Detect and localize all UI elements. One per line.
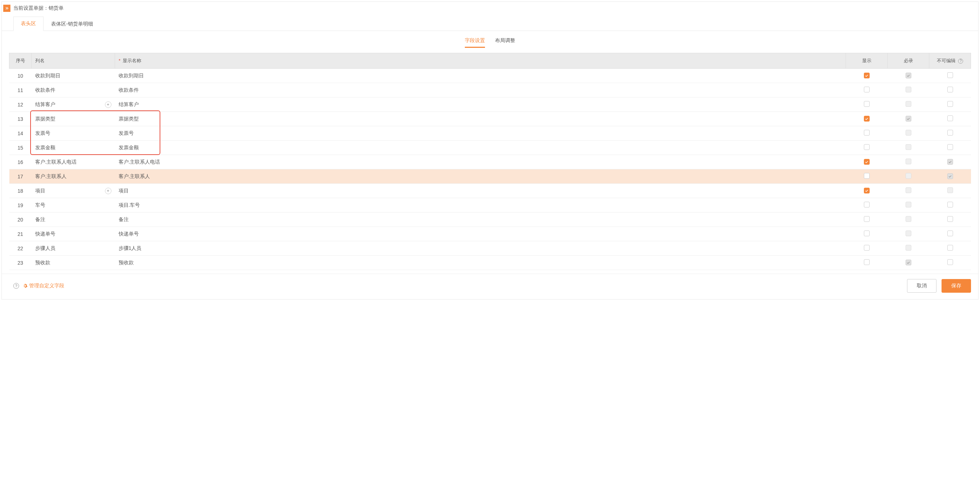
checkbox[interactable]: [864, 101, 870, 107]
cell-col-name: 步骤人员: [32, 241, 115, 256]
checkbox: [905, 216, 912, 222]
checkbox[interactable]: [947, 115, 953, 121]
checkbox[interactable]: [947, 72, 953, 78]
checkbox[interactable]: [947, 130, 953, 135]
cell-display-name[interactable]: 步骤1人员: [115, 241, 846, 256]
cell-display-name[interactable]: 客户.主联系人电话: [115, 155, 846, 169]
checkbox[interactable]: [864, 231, 870, 236]
cell-show: [846, 97, 888, 112]
cell-display-name[interactable]: 项目: [115, 184, 846, 198]
checkbox[interactable]: [864, 173, 870, 179]
expand-toggle-button[interactable]: [3, 5, 10, 12]
plus-icon[interactable]: +: [105, 101, 111, 108]
cell-display-name[interactable]: 发票金额: [115, 141, 846, 155]
cell-col-name: 备注: [32, 213, 115, 227]
checkbox[interactable]: [864, 216, 870, 222]
cell-display-name[interactable]: 客户.主联系人: [115, 169, 846, 184]
table-row[interactable]: 16客户.主联系人电话客户.主联系人电话: [10, 155, 971, 169]
cell-seq: 23: [10, 256, 32, 270]
table-row[interactable]: 12结算客户+结算客户: [10, 97, 971, 112]
cell-display-name[interactable]: 票据类型: [115, 112, 846, 126]
plus-icon[interactable]: +: [105, 188, 111, 194]
cell-seq: 20: [10, 213, 32, 227]
cell-required: [888, 256, 929, 270]
checkbox[interactable]: [947, 87, 953, 92]
table-row[interactable]: 18项目+项目: [10, 184, 971, 198]
cell-uneditable: [929, 112, 971, 126]
cell-show: [846, 198, 888, 213]
table-row[interactable]: 17客户.主联系人客户.主联系人: [10, 169, 971, 184]
table-row[interactable]: 11收款条件收款条件: [10, 83, 971, 97]
cell-col-name: 收款到期日: [32, 68, 115, 83]
table-body: 10收款到期日收款到期日11收款条件收款条件12结算客户+结算客户13票据类型票…: [10, 68, 971, 270]
cell-required: [888, 141, 929, 155]
cell-required: [888, 155, 929, 169]
cell-show: [846, 112, 888, 126]
tab-header-area[interactable]: 表头区: [13, 16, 43, 31]
checkbox[interactable]: [947, 216, 953, 222]
cell-display-name[interactable]: 项目.车号: [115, 198, 846, 213]
cell-display-name[interactable]: 预收款: [115, 256, 846, 270]
cell-show: [846, 184, 888, 198]
checkbox[interactable]: [864, 188, 870, 193]
cell-display-name[interactable]: 收款到期日: [115, 68, 846, 83]
cell-display-name[interactable]: 收款条件: [115, 83, 846, 97]
cancel-button[interactable]: 取消: [907, 279, 937, 293]
checkbox[interactable]: [864, 87, 870, 92]
tab-body-area[interactable]: 表体区-销货单明细: [43, 17, 101, 31]
cell-uneditable: [929, 256, 971, 270]
save-button[interactable]: 保存: [942, 279, 971, 293]
checkbox[interactable]: [864, 245, 870, 251]
checkbox[interactable]: [864, 116, 870, 121]
cell-col-name: 发票号: [32, 126, 115, 141]
col-name-text: 步骤人员: [35, 245, 56, 251]
checkbox[interactable]: [947, 245, 953, 251]
cell-col-name: 票据类型: [32, 112, 115, 126]
cell-uneditable: [929, 227, 971, 241]
cell-display-name[interactable]: 结算客户: [115, 97, 846, 112]
cell-show: [846, 83, 888, 97]
checkbox[interactable]: [864, 159, 870, 165]
table-row[interactable]: 20备注备注: [10, 213, 971, 227]
cell-required: [888, 169, 929, 184]
table-row[interactable]: 22步骤人员步骤1人员: [10, 241, 971, 256]
help-circle-icon[interactable]: ?: [13, 283, 19, 289]
cell-col-name: 收款条件: [32, 83, 115, 97]
checkbox[interactable]: [864, 144, 870, 150]
col-name-text: 快递单号: [35, 231, 56, 237]
help-icon[interactable]: ?: [958, 59, 963, 64]
checkbox[interactable]: [864, 259, 870, 265]
checkbox[interactable]: [947, 231, 953, 236]
required-asterisk: *: [119, 58, 121, 63]
checkbox[interactable]: [947, 259, 953, 265]
cell-uneditable: [929, 184, 971, 198]
sub-tab-layout-adjust[interactable]: 布局调整: [495, 37, 515, 48]
cell-col-name: 预收款: [32, 256, 115, 270]
table-row[interactable]: 10收款到期日收款到期日: [10, 68, 971, 83]
sub-tab-field-settings[interactable]: 字段设置: [465, 37, 485, 48]
table-row[interactable]: 19车号项目.车号: [10, 198, 971, 213]
cell-col-name: 项目+: [32, 184, 115, 198]
cell-display-name[interactable]: 快递单号: [115, 227, 846, 241]
checkbox[interactable]: [947, 202, 953, 207]
header-bar: 当前设置单据：销货单: [2, 2, 978, 15]
table-row[interactable]: 14发票号发票号: [10, 126, 971, 141]
cell-show: [846, 256, 888, 270]
checkbox[interactable]: [864, 73, 870, 78]
cell-seq: 13: [10, 112, 32, 126]
cell-display-name[interactable]: 发票号: [115, 126, 846, 141]
table-row[interactable]: 13票据类型票据类型: [10, 112, 971, 126]
checkbox[interactable]: [864, 202, 870, 207]
table-row[interactable]: 15发票金额发票金额: [10, 141, 971, 155]
checkbox[interactable]: [864, 130, 870, 135]
manage-custom-fields-link[interactable]: 管理自定义字段: [23, 283, 64, 289]
footer-right: 取消 保存: [907, 279, 971, 293]
checkbox[interactable]: [947, 144, 953, 150]
cell-required: [888, 227, 929, 241]
table-row[interactable]: 23预收款预收款: [10, 256, 971, 270]
manage-link-text: 管理自定义字段: [29, 283, 64, 289]
cell-display-name[interactable]: 备注: [115, 213, 846, 227]
table-row[interactable]: 21快递单号快递单号: [10, 227, 971, 241]
checkbox: [905, 101, 912, 107]
checkbox[interactable]: [947, 101, 953, 107]
